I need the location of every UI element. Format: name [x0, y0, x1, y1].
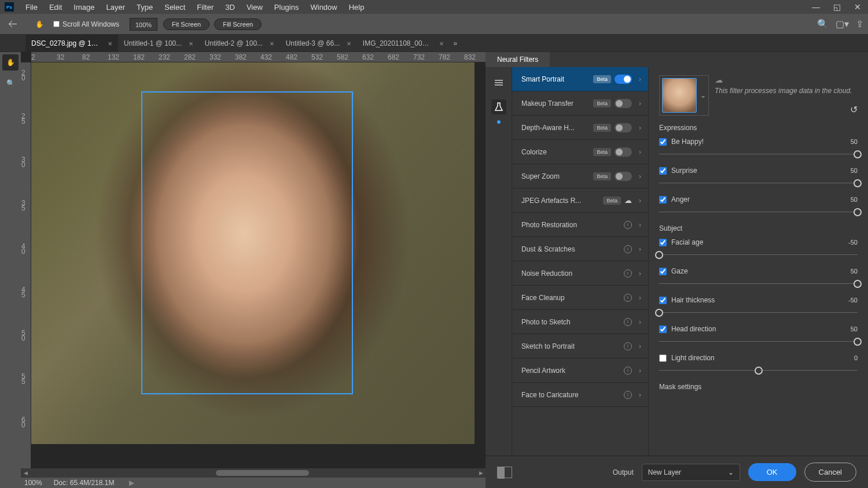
- close-icon[interactable]: ×: [270, 39, 274, 48]
- filter-super-zoom[interactable]: Super ZoomBeta›: [512, 164, 648, 188]
- face-selector[interactable]: ⌄: [659, 75, 709, 116]
- zoom-field[interactable]: 100%: [130, 18, 157, 31]
- restore-button[interactable]: ◱: [826, 0, 847, 14]
- neural-filters-tab[interactable]: Neural Filters: [486, 52, 550, 67]
- tabs-overflow[interactable]: »: [450, 35, 461, 51]
- beta-badge: Beta: [603, 197, 621, 205]
- info-icon[interactable]: i: [624, 221, 632, 229]
- info-icon[interactable]: i: [624, 318, 632, 326]
- featured-category[interactable]: [491, 75, 506, 90]
- info-icon[interactable]: i: [624, 245, 632, 253]
- fill-screen-button[interactable]: Fill Screen: [214, 19, 262, 30]
- menu-select[interactable]: Select: [159, 1, 191, 14]
- info-icon[interactable]: i: [624, 391, 632, 399]
- param-checkbox[interactable]: [659, 297, 667, 304]
- filter-colorize[interactable]: ColorizeBeta›: [512, 140, 648, 164]
- minimize-button[interactable]: —: [806, 0, 826, 14]
- reset-icon[interactable]: ↺: [850, 104, 858, 115]
- param-checkbox[interactable]: [659, 354, 667, 362]
- back-button[interactable]: 🡠: [5, 16, 21, 32]
- document-tab[interactable]: DSC_0278.jpg @ 100% (Layer 0, RGB/8*) *×: [25, 35, 118, 52]
- param-slider[interactable]: [659, 150, 858, 158]
- face-selection-box[interactable]: [141, 91, 353, 394]
- filter-depth-aware-h-[interactable]: Depth-Aware H...Beta›: [512, 116, 648, 140]
- filter-toggle[interactable]: [615, 123, 632, 132]
- menu-layer[interactable]: Layer: [101, 1, 131, 14]
- menu-type[interactable]: Type: [131, 1, 159, 14]
- param-checkbox[interactable]: [659, 167, 667, 175]
- close-icon[interactable]: ×: [439, 39, 444, 48]
- filter-dust-scratches[interactable]: Dust & Scratchesi›: [512, 237, 648, 261]
- filter-photo-restoration[interactable]: Photo Restorationi›: [512, 213, 648, 237]
- menu-filter[interactable]: Filter: [191, 1, 219, 14]
- chevron-right-icon: ›: [639, 391, 641, 399]
- param-slider[interactable]: [659, 208, 858, 216]
- filter-categories: [486, 67, 512, 456]
- filter-toggle[interactable]: [615, 147, 632, 157]
- filter-toggle[interactable]: [615, 99, 632, 108]
- filter-sketch-to-portrait[interactable]: Sketch to Portraiti›: [512, 334, 648, 358]
- close-icon[interactable]: ×: [347, 39, 351, 48]
- filter-photo-to-sketch[interactable]: Photo to Sketchi›: [512, 310, 648, 334]
- fit-screen-button[interactable]: Fit Screen: [163, 19, 209, 30]
- menu-view[interactable]: View: [241, 1, 269, 14]
- beta-category[interactable]: [491, 99, 506, 114]
- cancel-button[interactable]: Cancel: [804, 463, 856, 482]
- menu-3d[interactable]: 3D: [219, 1, 241, 14]
- param-slider[interactable]: [659, 367, 858, 375]
- param-checkbox[interactable]: [659, 196, 667, 204]
- menu-help[interactable]: Help: [343, 1, 370, 14]
- filter-label: Face to Caricature: [521, 391, 620, 399]
- document-tab[interactable]: Untitled-3 @ 66...×: [280, 35, 357, 52]
- param-checkbox[interactable]: [659, 326, 667, 333]
- param-slider[interactable]: [659, 338, 858, 346]
- mask-preview-icon[interactable]: [497, 467, 512, 478]
- filter-jpeg-artefacts-r-[interactable]: JPEG Artefacts R...Beta☁›: [512, 188, 648, 213]
- info-icon[interactable]: i: [624, 294, 632, 302]
- filter-pencil-artwork[interactable]: Pencil Artworki›: [512, 358, 648, 383]
- filter-face-cleanup[interactable]: Face Cleanupi›: [512, 286, 648, 310]
- hand-tool[interactable]: ✋: [2, 54, 19, 71]
- info-icon[interactable]: i: [624, 269, 632, 278]
- document-tab[interactable]: IMG_20201108_0002_aft...×: [357, 35, 450, 52]
- filter-toggle[interactable]: [615, 172, 632, 181]
- ok-button[interactable]: OK: [748, 463, 796, 481]
- param-slider[interactable]: [659, 280, 858, 288]
- param-checkbox[interactable]: [659, 268, 667, 275]
- panel-footer: Output New Layer⌄ OK Cancel: [486, 456, 868, 488]
- horizontal-scrollbar[interactable]: ◀ ▶: [21, 468, 486, 478]
- filter-toggle[interactable]: [615, 75, 632, 84]
- menu-edit[interactable]: Edit: [43, 1, 68, 14]
- document-tab[interactable]: Untitled-2 @ 100...×: [199, 35, 280, 52]
- search-icon[interactable]: 🔍: [817, 19, 829, 29]
- param-slider[interactable]: [659, 251, 858, 259]
- filter-face-to-caricature[interactable]: Face to Caricaturei›: [512, 383, 648, 407]
- document-tab[interactable]: Untitled-1 @ 100...×: [118, 35, 199, 52]
- filter-noise-reduction[interactable]: Noise Reductioni›: [512, 261, 648, 286]
- filter-makeup-transfer[interactable]: Makeup TransferBeta›: [512, 91, 648, 116]
- param-checkbox[interactable]: [659, 239, 667, 246]
- param-checkbox[interactable]: [659, 138, 667, 146]
- ps-logo: Ps: [5, 2, 14, 12]
- menu-plugins[interactable]: Plugins: [269, 1, 305, 14]
- scroll-all-checkbox[interactable]: Scroll All Windows: [53, 20, 119, 28]
- param-slider[interactable]: [659, 179, 858, 187]
- workspace-icon[interactable]: ▢▾: [836, 19, 849, 29]
- menu-image[interactable]: Image: [68, 1, 100, 14]
- info-icon[interactable]: i: [624, 367, 632, 375]
- zoom-status[interactable]: 100%: [24, 479, 42, 487]
- menu-window[interactable]: Window: [304, 1, 343, 14]
- menu-file[interactable]: File: [20, 1, 43, 14]
- filter-smart-portrait[interactable]: Smart PortraitBeta›: [512, 67, 648, 91]
- share-icon[interactable]: ⇪: [856, 19, 863, 29]
- close-icon[interactable]: ×: [189, 39, 193, 48]
- chevron-right-icon: ›: [639, 148, 641, 156]
- zoom-tool[interactable]: 🔍: [2, 75, 19, 91]
- param-slider[interactable]: [659, 309, 858, 317]
- close-button[interactable]: ✕: [847, 0, 868, 14]
- close-icon[interactable]: ×: [108, 39, 112, 48]
- cloud-download-icon[interactable]: ☁: [624, 196, 632, 205]
- output-select[interactable]: New Layer⌄: [642, 464, 740, 481]
- info-icon[interactable]: i: [624, 342, 632, 350]
- canvas[interactable]: [31, 62, 486, 468]
